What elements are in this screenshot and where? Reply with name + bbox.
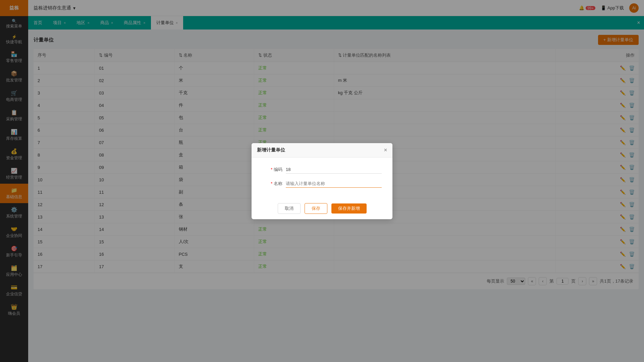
save-button[interactable]: 保存 xyxy=(305,203,327,214)
form-row-name: 名称 xyxy=(262,180,382,188)
code-input[interactable] xyxy=(286,166,382,174)
modal-overlay[interactable]: 新增计量单位 × 编码 名称 取消 保存 保存并新增 xyxy=(0,0,644,362)
code-label: 编码 xyxy=(262,167,282,173)
name-input[interactable] xyxy=(286,180,382,188)
modal-close-button[interactable]: × xyxy=(384,147,387,153)
name-label: 名称 xyxy=(262,181,282,187)
add-measure-unit-modal: 新增计量单位 × 编码 名称 取消 保存 保存并新增 xyxy=(252,143,392,219)
cancel-button[interactable]: 取消 xyxy=(278,203,301,214)
save-and-new-button[interactable]: 保存并新增 xyxy=(331,203,367,214)
form-row-code: 编码 xyxy=(262,166,382,174)
modal-body: 编码 名称 xyxy=(252,158,392,199)
modal-title: 新增计量单位 xyxy=(257,147,285,153)
modal-footer: 取消 保存 保存并新增 xyxy=(252,199,392,219)
modal-header: 新增计量单位 × xyxy=(252,143,392,158)
